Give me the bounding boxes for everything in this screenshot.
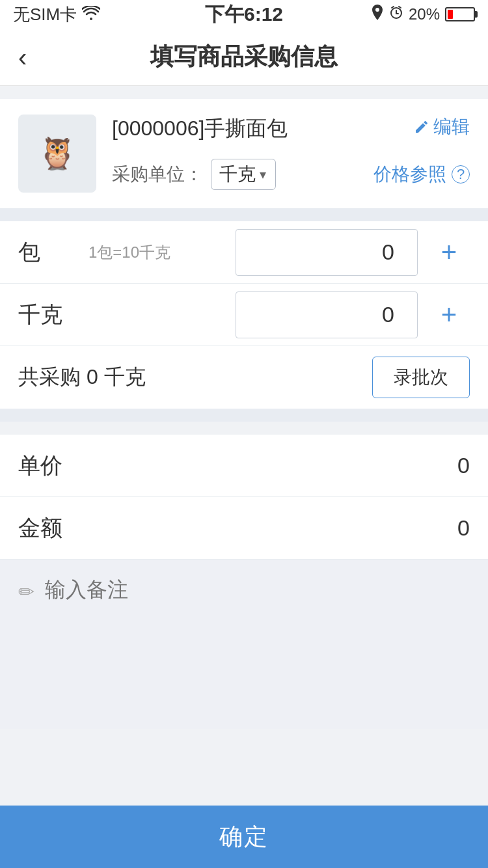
wifi-icon	[82, 5, 100, 25]
product-unit-row: 采购单位： 千克 ▾ 价格参照 ?	[112, 159, 470, 190]
dropdown-icon: ▾	[260, 167, 266, 182]
status-bar: 无SIM卡 下午6:12	[0, 0, 488, 29]
svg-line-3	[392, 7, 394, 8]
location-icon	[371, 5, 384, 24]
unit-selector[interactable]: 千克 ▾	[211, 159, 276, 190]
back-button[interactable]: ‹	[18, 44, 27, 70]
battery-percent: 20%	[409, 5, 440, 23]
remark-input[interactable]	[45, 578, 470, 602]
amount-row: 金额 0	[0, 497, 488, 560]
unit-label: 采购单位：	[112, 162, 203, 187]
confirm-button[interactable]: 确定	[0, 806, 488, 868]
unit-price-label: 单价	[18, 451, 62, 481]
product-name: [0000006]手撕面包	[112, 115, 414, 143]
status-bar-left: 无SIM卡	[13, 3, 100, 26]
battery-icon	[445, 7, 475, 21]
unit-price-value: 0	[457, 453, 470, 478]
unit-value: 千克	[219, 162, 256, 187]
alarm-icon	[389, 5, 403, 23]
price-ref-help-icon: ?	[452, 165, 470, 183]
kg-input-row: 千克 +	[0, 284, 488, 346]
section-divider-1	[0, 208, 488, 221]
edit-button[interactable]: 编辑	[414, 115, 470, 139]
page-title: 填写商品采购信息	[150, 41, 338, 73]
status-bar-right: 20%	[371, 5, 475, 24]
status-bar-time: 下午6:12	[205, 1, 283, 28]
bag-input-wrapper: +	[170, 229, 470, 276]
kg-input[interactable]	[236, 292, 418, 338]
bag-label: 包	[18, 237, 83, 267]
kg-input-wrapper: +	[83, 292, 470, 338]
total-row: 共采购 0 千克 录批次	[0, 346, 488, 409]
kg-label: 千克	[18, 300, 83, 330]
bag-plus-button[interactable]: +	[428, 232, 470, 273]
product-card: 🦉 [0000006]手撕面包 编辑 采购单位： 千克 ▾	[0, 99, 488, 208]
bag-input-row: 包 1包=10千克 +	[0, 221, 488, 284]
product-info: [0000006]手撕面包 编辑 采购单位： 千克 ▾ 价格	[112, 115, 470, 190]
total-text: 共采购 0 千克	[18, 363, 146, 392]
price-section: 单价 0 金额 0	[0, 435, 488, 560]
bag-sub-label: 1包=10千克	[88, 242, 170, 263]
product-image: 🦉	[18, 115, 96, 193]
unit-price-row: 单价 0	[0, 435, 488, 497]
remark-section: ✏	[0, 560, 488, 729]
pencil-icon: ✏	[18, 580, 34, 603]
kg-plus-button[interactable]: +	[428, 294, 470, 336]
bag-input[interactable]	[236, 229, 418, 276]
section-divider-2	[0, 409, 488, 422]
batch-button[interactable]: 录批次	[372, 357, 470, 398]
carrier-label: 无SIM卡	[13, 3, 77, 26]
svg-line-4	[399, 7, 401, 8]
amount-label: 金额	[18, 513, 62, 543]
input-section: 包 1包=10千克 + 千克 +	[0, 221, 488, 346]
product-logo: 🦉	[38, 135, 77, 172]
product-header: [0000006]手撕面包 编辑	[112, 115, 470, 143]
price-ref-button[interactable]: 价格参照 ?	[373, 162, 470, 187]
nav-bar: ‹ 填写商品采购信息	[0, 29, 488, 86]
amount-value: 0	[457, 515, 470, 541]
total-value: 0	[87, 365, 98, 388]
